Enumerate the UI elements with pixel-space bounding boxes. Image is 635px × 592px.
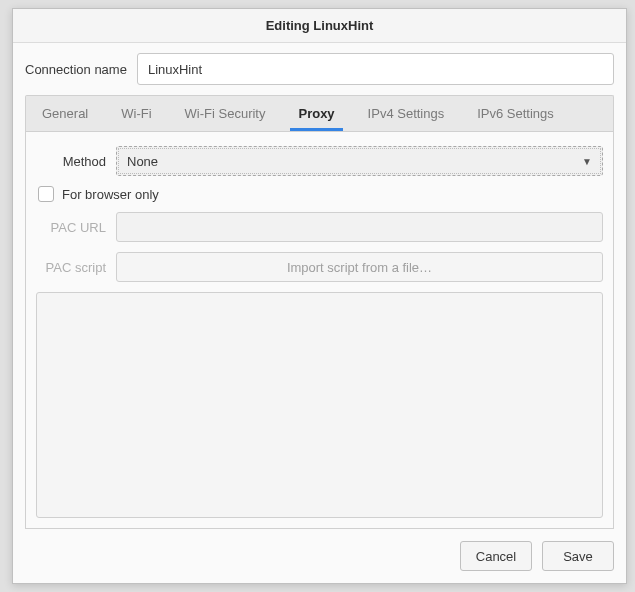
cancel-button[interactable]: Cancel bbox=[460, 541, 532, 571]
chevron-down-icon: ▼ bbox=[582, 156, 592, 167]
tab-ipv4-settings[interactable]: IPv4 Settings bbox=[352, 96, 462, 131]
pac-script-row: PAC script Import script from a file… bbox=[36, 252, 603, 282]
tab-proxy[interactable]: Proxy bbox=[282, 96, 351, 131]
titlebar: Editing LinuxHint bbox=[13, 9, 626, 43]
tab-wifi-security[interactable]: Wi-Fi Security bbox=[169, 96, 283, 131]
pac-script-label: PAC script bbox=[36, 260, 106, 275]
method-label: Method bbox=[36, 154, 106, 169]
tab-wifi[interactable]: Wi-Fi bbox=[105, 96, 168, 131]
tab-bar: General Wi-Fi Wi-Fi Security Proxy IPv4 … bbox=[25, 95, 614, 131]
method-row: Method None ▼ bbox=[36, 146, 603, 176]
pac-url-label: PAC URL bbox=[36, 220, 106, 235]
method-select[interactable]: None ▼ bbox=[116, 146, 603, 176]
connection-name-label: Connection name bbox=[25, 62, 127, 77]
pac-script-textarea[interactable] bbox=[36, 292, 603, 518]
save-button[interactable]: Save bbox=[542, 541, 614, 571]
tab-general[interactable]: General bbox=[26, 96, 105, 131]
browser-only-label: For browser only bbox=[62, 187, 159, 202]
browser-only-row[interactable]: For browser only bbox=[38, 186, 603, 202]
pac-url-row: PAC URL bbox=[36, 212, 603, 242]
dialog-title: Editing LinuxHint bbox=[266, 18, 374, 33]
dialog-body: Connection name General Wi-Fi Wi-Fi Secu… bbox=[13, 43, 626, 529]
method-value: None bbox=[127, 154, 158, 169]
editing-dialog: Editing LinuxHint Connection name Genera… bbox=[12, 8, 627, 584]
connection-name-row: Connection name bbox=[25, 53, 614, 85]
connection-name-input[interactable] bbox=[137, 53, 614, 85]
proxy-panel: Method None ▼ For browser only PAC URL P… bbox=[25, 131, 614, 529]
import-script-label: Import script from a file… bbox=[287, 260, 432, 275]
pac-url-input[interactable] bbox=[116, 212, 603, 242]
tab-ipv6-settings[interactable]: IPv6 Settings bbox=[461, 96, 571, 131]
dialog-footer: Cancel Save bbox=[13, 529, 626, 583]
import-script-button[interactable]: Import script from a file… bbox=[116, 252, 603, 282]
browser-only-checkbox[interactable] bbox=[38, 186, 54, 202]
